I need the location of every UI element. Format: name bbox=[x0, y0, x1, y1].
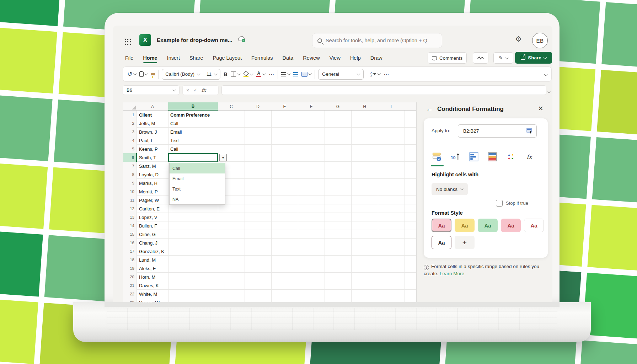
cell-a10[interactable]: Merritt, P bbox=[139, 187, 158, 196]
row-header-3[interactable]: 3 bbox=[123, 128, 137, 136]
search-input[interactable] bbox=[326, 38, 437, 43]
dropdown-option-na[interactable]: NA bbox=[170, 194, 225, 204]
column-header-F[interactable]: F bbox=[298, 102, 325, 111]
menu-item-formulas[interactable]: Formulas bbox=[251, 55, 273, 61]
condition-select[interactable]: No blanks bbox=[432, 183, 468, 195]
menu-item-data[interactable]: Data bbox=[283, 55, 294, 61]
apply-to-input[interactable] bbox=[463, 128, 516, 134]
comments-button[interactable]: Comments bbox=[428, 52, 467, 64]
menu-item-share[interactable]: Share bbox=[189, 55, 203, 61]
more-toolbar-options-button[interactable]: ⋯ bbox=[384, 71, 389, 77]
settings-gear-icon[interactable]: ⚙ bbox=[515, 35, 522, 43]
borders-button[interactable] bbox=[231, 71, 240, 77]
editing-mode-button[interactable]: ✎ bbox=[493, 52, 513, 64]
cell-a16[interactable]: Chang, J bbox=[139, 239, 157, 247]
menu-item-help[interactable]: Help bbox=[350, 55, 361, 61]
cell-a13[interactable]: Lopez, V bbox=[139, 213, 157, 221]
panel-tab-top-bottom[interactable]: 10 bbox=[450, 151, 461, 162]
dropdown-option-text[interactable]: Text bbox=[170, 184, 225, 194]
row-header-11[interactable]: 11 bbox=[123, 196, 137, 204]
cell-a12[interactable]: Carlton, E bbox=[139, 204, 160, 213]
search-bar[interactable] bbox=[312, 33, 442, 48]
panel-close-icon[interactable]: × bbox=[538, 103, 543, 113]
insert-function-icon[interactable]: fx bbox=[202, 87, 206, 93]
row-header-5[interactable]: 5 bbox=[123, 145, 137, 153]
active-cell-selection-b6[interactable] bbox=[168, 153, 218, 162]
cell-a18[interactable]: Lund, M bbox=[139, 256, 156, 264]
format-style-swatch-5[interactable]: Aa bbox=[524, 219, 544, 232]
cell-b1[interactable]: Comm Preference bbox=[170, 111, 210, 119]
row-header-16[interactable]: 16 bbox=[123, 239, 137, 247]
format-style-swatch-2[interactable]: Aa bbox=[455, 219, 475, 232]
row-header-21[interactable]: 21 bbox=[123, 281, 137, 290]
cell-a9[interactable]: Marks, H bbox=[139, 179, 157, 187]
dropdown-option-call[interactable]: Call bbox=[170, 163, 225, 173]
row-header-8[interactable]: 8 bbox=[123, 170, 137, 179]
select-all-corner[interactable] bbox=[123, 102, 137, 111]
cell-a14[interactable]: Bullen, F bbox=[139, 221, 157, 230]
column-header-A[interactable]: A bbox=[137, 102, 168, 111]
dropdown-option-email[interactable]: Email bbox=[170, 173, 225, 184]
panel-back-icon[interactable]: ← bbox=[426, 105, 433, 113]
menu-item-home[interactable]: Home bbox=[143, 55, 157, 61]
document-title[interactable]: Example for drop-down me... bbox=[157, 37, 232, 43]
menu-item-view[interactable]: View bbox=[330, 55, 341, 61]
undo-button[interactable]: ↺ bbox=[127, 70, 136, 78]
activity-button[interactable] bbox=[473, 52, 488, 64]
ribbon-collapse-button[interactable] bbox=[545, 71, 547, 77]
cancel-entry-icon[interactable]: × bbox=[186, 87, 189, 93]
cell-a19[interactable]: Aleks, E bbox=[139, 264, 156, 273]
cell-a21[interactable]: Dawes, K bbox=[139, 281, 159, 290]
column-header-B[interactable]: B bbox=[168, 102, 218, 111]
cell-a6[interactable]: Smith, T bbox=[139, 153, 156, 162]
column-header-I[interactable]: I bbox=[378, 102, 405, 111]
menu-item-insert[interactable]: Insert bbox=[167, 55, 180, 61]
column-header-D[interactable]: D bbox=[245, 102, 271, 111]
account-avatar[interactable]: EB bbox=[532, 33, 548, 48]
merge-cells-button[interactable]: ↔ bbox=[301, 72, 311, 77]
row-header-20[interactable]: 20 bbox=[123, 273, 137, 281]
cell-dropdown-arrow-button[interactable]: ▾ bbox=[219, 154, 227, 161]
cell-a7[interactable]: Sanz, M bbox=[139, 162, 156, 170]
column-header-C[interactable]: C bbox=[218, 102, 245, 111]
row-header-10[interactable]: 10 bbox=[123, 187, 137, 196]
stop-if-true-checkbox[interactable] bbox=[496, 200, 503, 207]
font-color-button[interactable]: A bbox=[256, 71, 266, 77]
learn-more-link[interactable]: Learn More bbox=[440, 271, 464, 276]
paste-button[interactable] bbox=[139, 71, 148, 77]
cell-b5[interactable]: Call bbox=[170, 145, 178, 153]
cell-a2[interactable]: Jeffs, M bbox=[139, 119, 155, 128]
cell-a1[interactable]: Client bbox=[139, 111, 152, 119]
panel-tab-color-scales[interactable] bbox=[487, 151, 498, 162]
app-launcher-waffle-icon[interactable] bbox=[124, 38, 131, 45]
row-header-7[interactable]: 7 bbox=[123, 162, 137, 170]
range-picker-icon[interactable] bbox=[526, 128, 533, 134]
row-header-4[interactable]: 4 bbox=[123, 136, 137, 145]
confirm-entry-icon[interactable]: ✓ bbox=[193, 87, 197, 93]
row-header-9[interactable]: 9 bbox=[123, 179, 137, 187]
row-header-18[interactable]: 18 bbox=[123, 256, 137, 264]
format-style-swatch-4[interactable]: Aa bbox=[501, 219, 521, 232]
row-header-13[interactable]: 13 bbox=[123, 213, 137, 221]
row-header-14[interactable]: 14 bbox=[123, 221, 137, 230]
fill-color-button[interactable] bbox=[243, 71, 253, 77]
row-header-6[interactable]: 6 bbox=[123, 153, 137, 162]
row-header-1[interactable]: 1 bbox=[123, 111, 137, 119]
spreadsheet-grid[interactable]: ABCDEFGHI 123456789101112131415161718192… bbox=[123, 102, 417, 302]
cell-a22[interactable]: White, M bbox=[139, 290, 157, 298]
row-header-17[interactable]: 17 bbox=[123, 247, 137, 256]
share-button[interactable]: Share bbox=[515, 52, 552, 64]
name-box[interactable]: B6 bbox=[123, 85, 180, 95]
format-style-swatch-custom[interactable]: Aa bbox=[432, 236, 451, 249]
menu-item-file[interactable]: File bbox=[125, 55, 133, 61]
cell-b4[interactable]: Text bbox=[170, 136, 179, 145]
format-painter-button[interactable] bbox=[151, 73, 155, 75]
row-header-2[interactable]: 2 bbox=[123, 119, 137, 128]
sort-filter-button[interactable]: AZ bbox=[370, 71, 380, 77]
formula-bar-expand-button[interactable] bbox=[548, 89, 550, 95]
row-header-19[interactable]: 19 bbox=[123, 264, 137, 273]
format-style-swatch-1[interactable]: Aa bbox=[432, 219, 451, 232]
column-header-H[interactable]: H bbox=[351, 102, 378, 111]
panel-tab-data-bars[interactable] bbox=[469, 151, 479, 162]
bold-button[interactable]: B bbox=[224, 71, 228, 77]
